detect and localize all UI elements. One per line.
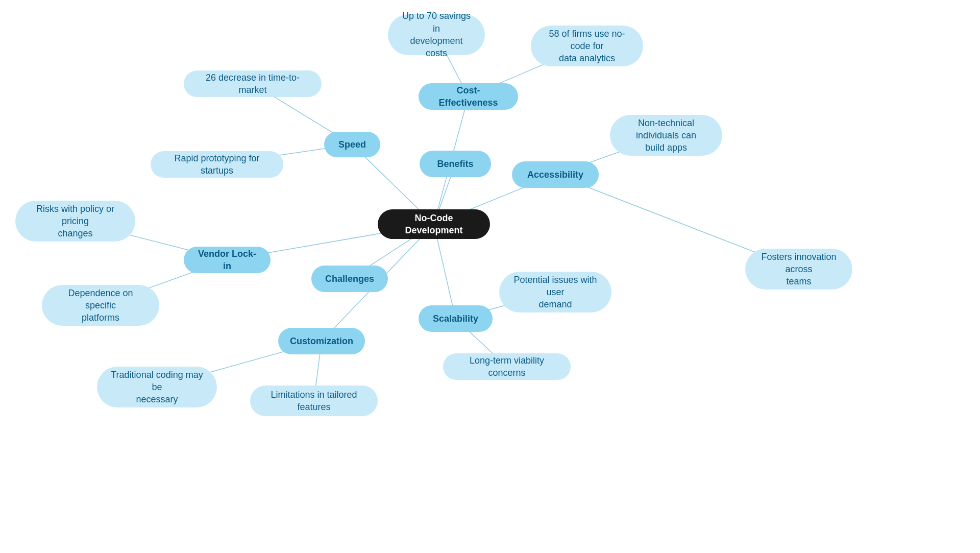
primary-label-speed: Speed [338, 138, 366, 151]
primary-node-speed: Speed [324, 132, 380, 157]
secondary-label-policyrisk: Risks with policy or pricingchanges [27, 203, 124, 240]
primary-label-benefits: Benefits [437, 158, 473, 170]
secondary-node-prototyping: Rapid prototyping for startups [151, 151, 283, 178]
secondary-label-prototyping: Rapid prototyping for startups [162, 152, 272, 177]
primary-node-customization: Customization [278, 328, 365, 354]
secondary-node-viability: Long-term viability concerns [443, 353, 571, 380]
secondary-node-timetomarket: 26 decrease in time-to-market [184, 70, 322, 97]
secondary-node-firms: 58 of firms use no-code fordata analytic… [531, 26, 643, 66]
secondary-label-savings: Up to 70 savings indevelopment costs [399, 10, 474, 59]
primary-label-vendorlockin: Vendor Lock-in [195, 248, 259, 273]
primary-node-accessibility: Accessibility [512, 161, 599, 188]
secondary-node-dependence: Dependence on specificplatforms [42, 285, 159, 326]
secondary-node-traditionalcoding: Traditional coding may benecessary [97, 367, 217, 407]
secondary-label-nontechnical: Non-technical individuals canbuild apps [621, 117, 711, 154]
primary-node-vendorlockin: Vendor Lock-in [184, 247, 271, 273]
primary-node-challenges: Challenges [311, 266, 388, 292]
secondary-label-firms: 58 of firms use no-code fordata analytic… [542, 28, 632, 65]
center-label: No-Code Development [389, 212, 479, 237]
primary-label-customization: Customization [290, 335, 353, 347]
secondary-label-dependence: Dependence on specificplatforms [53, 287, 148, 324]
secondary-label-userdemand: Potential issues with userdemand [510, 274, 600, 311]
secondary-node-innovation: Fosters innovation acrossteams [745, 249, 852, 290]
secondary-node-savings: Up to 70 savings indevelopment costs [388, 14, 485, 55]
secondary-label-limitations: Limitations in tailored features [261, 389, 366, 414]
primary-label-accessibility: Accessibility [527, 169, 583, 181]
secondary-label-viability: Long-term viability concerns [454, 354, 559, 379]
primary-label-cost: Cost-Effectiveness [430, 84, 507, 109]
primary-node-cost: Cost-Effectiveness [419, 83, 518, 110]
primary-label-challenges: Challenges [325, 273, 374, 285]
secondary-node-userdemand: Potential issues with userdemand [499, 272, 611, 312]
primary-node-benefits: Benefits [420, 151, 491, 177]
secondary-node-nontechnical: Non-technical individuals canbuild apps [610, 115, 722, 156]
secondary-node-policyrisk: Risks with policy or pricingchanges [15, 201, 135, 242]
center-node: No-Code Development [378, 209, 490, 239]
primary-node-scalability: Scalability [419, 305, 493, 332]
secondary-label-innovation: Fosters innovation acrossteams [756, 251, 841, 288]
secondary-label-traditionalcoding: Traditional coding may benecessary [108, 369, 206, 406]
secondary-node-limitations: Limitations in tailored features [250, 386, 378, 416]
primary-label-scalability: Scalability [433, 312, 478, 325]
secondary-label-timetomarket: 26 decrease in time-to-market [195, 71, 310, 97]
